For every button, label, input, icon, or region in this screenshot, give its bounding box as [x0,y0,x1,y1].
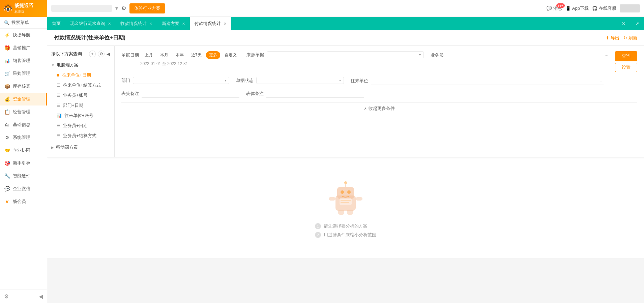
sidebar-item-purchase[interactable]: 🛒 采购管理 [0,67,47,80]
tab-new-scheme[interactable]: 新建方案 ✕ [157,17,190,30]
tabbar-close-btn[interactable]: ✕ [617,17,631,30]
filter-date-options: 上月 本月 本年 近7天 更多 自定义 [142,51,240,59]
tab-receipt-stat[interactable]: 收款情况统计 ✕ [116,17,157,30]
member-icon: V [4,199,10,205]
hardware-icon: 🔧 [4,173,10,179]
filter-dept-arrow: ▾ [225,79,226,82]
scheme-item-staff-settle-label: 业务员+结算方式 [63,133,96,139]
filter-settings-btn[interactable]: 设置 [615,63,637,72]
sidebar-collapse-btn[interactable]: ◀ [39,293,43,300]
scheme-item-partner-settle[interactable]: ☰ 往来单位+结算方式 [47,80,114,90]
sidebar-item-operation[interactable]: 📋 经营管理 [0,105,47,118]
sidebar-item-finance[interactable]: 💰 资金管理 [0,93,47,105]
filter-source-select[interactable]: ▾ [267,51,424,58]
sidebar-settings-btn[interactable]: ⚙ [4,293,9,300]
refresh-btn[interactable]: ↻ 刷新 [623,35,637,41]
sidebar-item-quick-nav[interactable]: ⚡ 快捷导航 [0,29,47,41]
tabbar-expand-btn[interactable]: ⤢ [631,17,644,30]
sidebar-item-collab[interactable]: 🤝 企业协同 [0,144,47,157]
scheme-mobile-group: ▶ 移动端方案 [47,142,114,152]
sidebar-search-item[interactable]: 🔍 搜索菜单 [0,17,47,29]
scheme-desktop-header[interactable]: ▼ 电脑端方案 [47,60,114,70]
system-icon: ⚙ [4,134,10,141]
svg-point-2 [341,190,344,194]
collapse-more-btn[interactable]: ∧ 收起更多条件 [121,102,637,114]
filter-date-last7days[interactable]: 近7天 [188,51,205,59]
scheme-item-staff-date[interactable]: ☰ 业务员+日期 [47,121,114,131]
collab-icon: 🤝 [4,147,10,153]
filter-row-2: 部门 ▾ 单据状态 ▾ 往来单位 [121,77,637,85]
filter-staff-dots[interactable]: ··· [605,53,608,58]
filter-staff-group: 业务员 ··· [431,51,608,59]
topbar-msg-btn[interactable]: 💬 消息 99+ [547,5,562,11]
scheme-collapse-btn[interactable]: ◀ [107,51,110,57]
scheme-item-dept-date[interactable]: ☰ 部门+日期 [47,100,114,111]
filter-date-more[interactable]: 更多 [206,51,220,59]
topbar-dropdown-btn[interactable]: ▾ [115,5,118,11]
scheme-add-btn[interactable]: + [89,51,96,57]
filter-date-this-month[interactable]: 本月 [157,51,171,59]
sidebar-item-inventory[interactable]: 📦 库存核算 [0,80,47,93]
scheme-sidebar-title: 按以下方案查询 [51,51,82,57]
query-btn[interactable]: 查询 [615,51,637,61]
tab-receipt-stat-close[interactable]: ✕ [149,22,152,26]
topbar-search-bar[interactable] [51,5,112,12]
sidebar-item-member[interactable]: V 畅会员 [0,195,47,208]
desktop-group-label: 电脑端方案 [57,62,79,68]
tab-receipt-stat-label: 收款情况统计 [120,21,147,27]
filter-status-arrow: ▾ [339,79,341,82]
topbar-trial-btn[interactable]: 体验行业方案 [129,3,165,13]
svg-rect-9 [347,210,353,215]
sidebar-item-system[interactable]: ⚙ 系统管理 [0,131,47,144]
tab-payment-stat-close[interactable]: ✕ [224,22,227,26]
tab-new-scheme-close[interactable]: ✕ [182,22,185,26]
topbar-app-btn[interactable]: 📱 App下载 [565,5,589,11]
scheme-item-staff-date-label: 业务员+日期 [63,123,88,129]
filter-dept-label: 部门 [121,78,130,84]
scheme-sidebar: 按以下方案查询 + ⚙ ◀ ▼ 电脑端方案 往来单位+日期 [47,46,115,157]
sidebar-item-basic-info[interactable]: 🗂 基础信息 [0,118,47,131]
sidebar-item-marketing[interactable]: 🎁 营销推广 [0,41,47,54]
scheme-item-partner-account-label: 往来单位+账号 [64,113,93,119]
filter-area: 单据日期 上月 本月 本年 近7天 更多 自定义 2022-01-01 至 20… [115,46,644,157]
sidebar-item-guide[interactable]: 🎯 新手引导 [0,157,47,170]
scheme-item-partner-date-label: 往来单位+日期 [62,72,91,78]
scheme-mobile-header[interactable]: ▶ 移动端方案 [47,142,114,152]
scheme-item-staff-settle[interactable]: ☰ 业务员+结算方式 [47,131,114,141]
filter-partner-dots[interactable]: ··· [600,78,604,83]
filter-status-group: 单据状态 ▾ [236,77,344,84]
scheme-item-dept-date-label: 部门+日期 [63,102,83,109]
topbar-service-btn[interactable]: 🎧 在线客服 [592,5,616,11]
scheme-settings-btn[interactable]: ⚙ [98,51,105,57]
svg-point-3 [347,190,351,194]
tab-payment-stat[interactable]: 付款情况统计 ✕ [190,17,231,30]
sidebar-item-hardware[interactable]: 🔧 智能硬件 [0,170,47,182]
header-actions: ⬆ 导出 ↻ 刷新 [606,35,637,41]
tab-bank-flow-close[interactable]: ✕ [108,22,111,26]
scheme-item-partner-account[interactable]: 📊 往来单位+账号 [47,111,114,121]
filter-source-group: 来源单据 ▾ [246,51,424,58]
search-icon: 🔍 [4,20,9,25]
tab-home[interactable]: 首页 [47,17,65,30]
sidebar-search-label: 搜索菜单 [11,20,29,26]
empty-tip-2: 2 用过滤条件来缩小分析范围 [315,232,376,238]
sidebar-item-sales[interactable]: 📊 销售管理 [0,54,47,67]
tab-bank-flow[interactable]: 现金银行流水查询 ✕ [65,17,116,30]
filter-dept-select[interactable]: ▾ [133,77,229,84]
content-header: 付款情况统计(往来单位+日期) ⬆ 导出 ↻ 刷新 [47,30,644,46]
topbar-settings-icon[interactable]: ⚙ [121,5,126,11]
filter-date-custom[interactable]: 自定义 [222,51,240,59]
filter-date-this-year[interactable]: 本年 [173,51,187,59]
filter-header-note-input[interactable] [142,90,239,98]
scheme-item-staff-account[interactable]: ☰ 业务员+账号 [47,90,114,100]
topbar-avatar-area [620,4,640,12]
service-icon: 🎧 [592,6,597,11]
sidebar-item-wechat[interactable]: 💬 企业微信 [0,182,47,195]
filter-partner-label: 往来单位 [351,78,368,84]
export-btn[interactable]: ⬆ 导出 [606,35,619,41]
filter-date-last-month[interactable]: 上月 [142,51,156,59]
filter-row-3: 表头备注 表体备注 [121,90,637,98]
filter-body-note-input[interactable] [266,90,364,98]
scheme-item-partner-date[interactable]: 往来单位+日期 [47,70,114,80]
filter-status-select[interactable]: ▾ [256,77,344,84]
